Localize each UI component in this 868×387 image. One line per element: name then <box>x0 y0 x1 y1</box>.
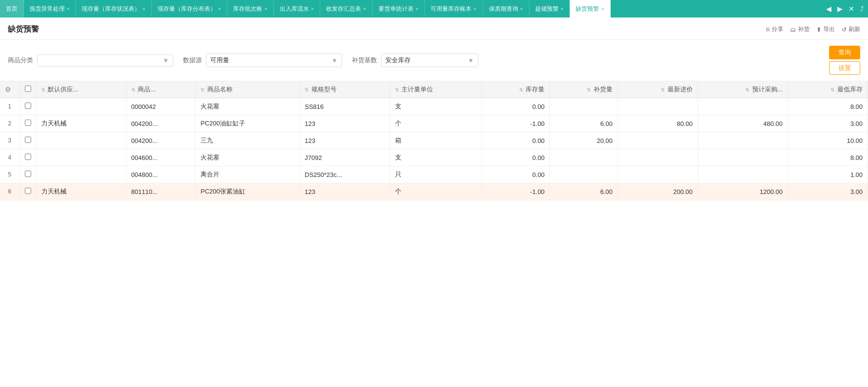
col-spec[interactable]: ⇅ 规格型号 <box>300 81 390 98</box>
tab-stock-dist-close[interactable]: × <box>218 6 221 12</box>
col-min-stock[interactable]: ⇅ 最低库存 <box>788 81 868 98</box>
cell-min-stock: 8.00 <box>788 98 868 115</box>
cell-product-name: PC200张紧油缸 <box>196 183 300 200</box>
row-checkbox[interactable] <box>25 103 31 109</box>
sort-icon-restock: ⇅ <box>587 87 591 92</box>
tab-stock-status-label: 现存量（库存状况表） <box>82 5 140 13</box>
cell-unit: 只 <box>390 166 482 183</box>
restock-basis-select[interactable]: 安全库存 ▼ <box>381 53 478 67</box>
tab-batch-account-close[interactable]: × <box>264 6 267 12</box>
category-select[interactable]: ▼ <box>37 54 173 67</box>
cell-spec: 123 <box>300 132 390 149</box>
col-unit[interactable]: ⇅ 主计量单位 <box>390 81 482 98</box>
tab-stock-dist[interactable]: 现存量（库存分布表） × <box>152 0 227 18</box>
cell-row-checkbox[interactable] <box>19 98 36 115</box>
data-table: ⚙ ⇅ 默认供应... ⇅ 商品... ⇅ 商品名称 <box>0 81 868 200</box>
tab-avail-ledger-close[interactable]: × <box>473 6 476 12</box>
nav-prev-button[interactable]: ◀ <box>824 4 834 14</box>
tab-overstock-label: 超储预警 <box>535 5 559 13</box>
filter-actions: 查询 设置 <box>829 46 860 75</box>
tab-stock-dist-label: 现存量（库存分布表） <box>158 5 216 13</box>
cell-latest-price: 200.00 <box>618 183 698 200</box>
cell-spec: 123 <box>300 115 390 132</box>
share-button[interactable]: ⎘ 分享 <box>766 25 783 34</box>
col-product-name[interactable]: ⇅ 商品名称 <box>196 81 300 98</box>
cell-row-checkbox[interactable] <box>19 132 36 149</box>
row-checkbox[interactable] <box>25 154 31 160</box>
table-header-row: ⚙ ⇅ 默认供应... ⇅ 商品... ⇅ 商品名称 <box>0 81 868 98</box>
select-all-checkbox[interactable] <box>25 86 31 92</box>
col-latest-price[interactable]: ⇅ 最新进价 <box>618 81 698 98</box>
row-checkbox[interactable] <box>25 188 31 194</box>
refresh-icon: ↺ <box>842 26 847 33</box>
settings-gear-icon[interactable]: ⚙ <box>5 86 11 93</box>
tab-order-stats[interactable]: 要货单统计表 × <box>373 0 425 18</box>
cell-row-checkbox[interactable] <box>19 115 36 132</box>
cell-product-code: 004800... <box>126 166 196 183</box>
table-row: 5 004800... 离合片 DS250*23c... 只 0.00 1.00 <box>0 166 868 183</box>
col-product-code[interactable]: ⇅ 商品... <box>126 81 196 98</box>
cell-spec: 123 <box>300 183 390 200</box>
tab-abnormal-close[interactable]: × <box>67 6 70 12</box>
tab-expiry-close[interactable]: × <box>520 6 523 12</box>
tab-overstock-close[interactable]: × <box>561 6 563 12</box>
tab-order-stats-close[interactable]: × <box>416 6 418 12</box>
tab-inout-flow-close[interactable]: × <box>311 6 314 12</box>
cell-product-code: 004600... <box>126 149 196 166</box>
tab-stock-status[interactable]: 现存量（库存状况表） × <box>76 0 151 18</box>
col-restock-qty[interactable]: ⇅ 补货量 <box>550 81 618 98</box>
sort-icon-unit: ⇅ <box>395 87 399 92</box>
tab-batch-account-label: 库存批次账 <box>233 5 262 13</box>
col-stock-qty[interactable]: ⇅ 库存量 <box>482 81 550 98</box>
nav-close-button[interactable]: ✕ <box>846 4 857 14</box>
tab-home-label: 首页 <box>6 5 18 13</box>
cell-supplier: 力天机械 <box>36 183 126 200</box>
refresh-button[interactable]: ↺ 刷新 <box>842 25 860 34</box>
table-row: 4 004600... 火花塞 J7092 支 0.00 8.00 <box>0 149 868 166</box>
col-settings[interactable]: ⚙ <box>0 81 19 98</box>
tab-order-stats-label: 要货单统计表 <box>379 5 414 13</box>
cell-stock-qty: -1.00 <box>482 183 550 200</box>
tab-recv-summary[interactable]: 收发存汇总表 × <box>320 0 372 18</box>
tab-overstock[interactable]: 超储预警 × <box>529 0 570 18</box>
tab-expiry[interactable]: 保质期查询 × <box>483 0 529 18</box>
col-checkbox[interactable] <box>19 81 36 98</box>
tab-shortage-close[interactable]: × <box>601 6 604 12</box>
settings-button[interactable]: 设置 <box>829 61 860 75</box>
cell-min-stock: 8.00 <box>788 149 868 166</box>
nav-expand-button[interactable]: ⤴ <box>858 4 866 14</box>
tab-abnormal[interactable]: 拣货异常处理 × <box>24 0 76 18</box>
table-body: 1 0000042 火花塞 SS816 支 0.00 8.00 2 力天机械 0… <box>0 98 868 200</box>
restock-button[interactable]: 🗂 补货 <box>790 25 810 34</box>
cell-row-checkbox[interactable] <box>19 166 36 183</box>
cell-row-checkbox[interactable] <box>19 149 36 166</box>
cell-restock-qty <box>550 166 618 183</box>
tab-avail-ledger-label: 可用量库存账本 <box>431 5 471 13</box>
cell-latest-price <box>618 98 698 115</box>
restock-basis-label: 补货基数 <box>352 56 377 65</box>
cell-restock-qty: 6.00 <box>550 115 618 132</box>
datasource-value: 可用量 <box>210 56 229 65</box>
datasource-select[interactable]: 可用量 ▼ <box>206 53 342 67</box>
row-checkbox[interactable] <box>25 120 31 126</box>
cell-restock-qty: 6.00 <box>550 183 618 200</box>
query-button[interactable]: 查询 <box>829 46 860 59</box>
cell-row-checkbox[interactable] <box>19 183 36 200</box>
row-checkbox[interactable] <box>25 137 31 143</box>
col-est-purchase[interactable]: ⇅ 预计采购... <box>698 81 788 98</box>
page-header: 缺货预警 ⎘ 分享 🗂 补货 ⬆ 导出 ↺ 刷新 <box>0 18 868 40</box>
cell-est-purchase <box>698 166 788 183</box>
cell-product-name: 火花塞 <box>196 98 300 115</box>
tab-inout-flow[interactable]: 出入库流水 × <box>274 0 320 18</box>
tab-avail-ledger[interactable]: 可用量库存账本 × <box>425 0 483 18</box>
tab-stock-status-close[interactable]: × <box>142 6 145 12</box>
tab-recv-summary-close[interactable]: × <box>363 6 366 12</box>
col-default-supplier[interactable]: ⇅ 默认供应... <box>36 81 126 98</box>
row-checkbox[interactable] <box>25 171 31 177</box>
tab-home[interactable]: 首页 <box>0 0 24 18</box>
nav-next-button[interactable]: ▶ <box>835 4 845 14</box>
table-row: 2 力天机械 004200... PC200油缸缸子 123 个 -1.00 6… <box>0 115 868 132</box>
tab-batch-account[interactable]: 库存批次账 × <box>227 0 273 18</box>
tab-shortage[interactable]: 缺货预警 × <box>570 0 610 18</box>
export-button[interactable]: ⬆ 导出 <box>816 25 835 34</box>
